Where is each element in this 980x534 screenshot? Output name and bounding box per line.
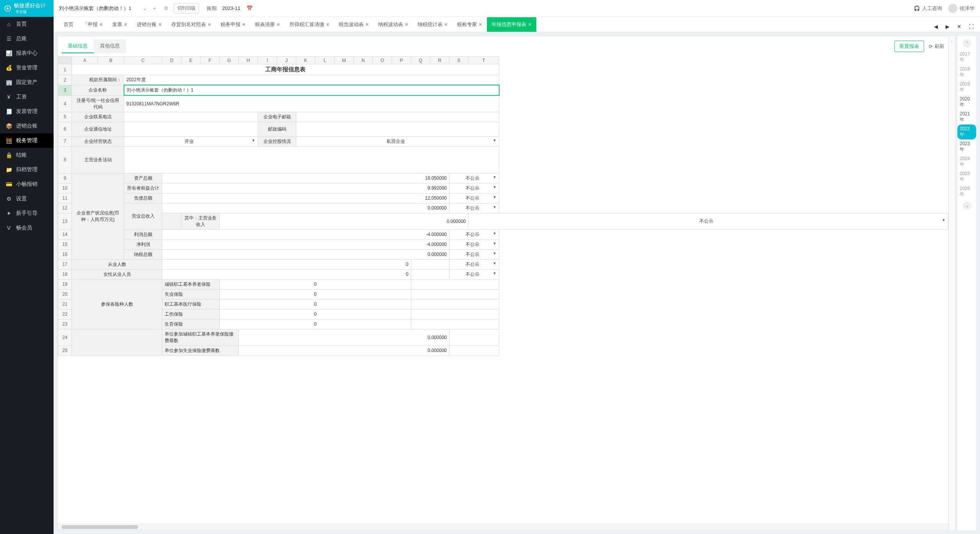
fullscreen-icon[interactable]: ⛶ [967, 21, 976, 32]
row-header-16[interactable]: 16 [58, 249, 72, 259]
tab-close-icon[interactable]: ✕ [99, 22, 103, 27]
fin-value-16[interactable]: 0.000000 [162, 249, 449, 259]
tab-0[interactable]: 首页 [59, 17, 78, 32]
row-header-5[interactable]: 5 [58, 112, 72, 122]
row-header-23[interactable]: 23 [58, 319, 72, 329]
row-header-11[interactable]: 11 [58, 193, 72, 203]
disclose-select-17[interactable]: 不公示▼ [449, 259, 499, 269]
disclose-select-10[interactable]: 不公示▼ [449, 183, 499, 193]
disclose-select-16[interactable]: 不公示▼ [449, 249, 499, 259]
col-header-N[interactable]: N [354, 57, 373, 64]
col-header-S[interactable]: S [449, 57, 469, 64]
fin-value-11[interactable]: 12.050000 [162, 193, 449, 203]
row-header-8[interactable]: 8 [58, 146, 72, 173]
tab-7[interactable]: 所得税汇算清缴✕ [285, 17, 334, 32]
col-header-I[interactable]: I [258, 57, 277, 64]
reg-no-input[interactable]: 91320811MA7NGR2W6R [124, 95, 499, 112]
company-name-input[interactable]: 刘小艳演示账套（勿删勿动！）1 [124, 85, 499, 95]
col-header-L[interactable]: L [315, 57, 335, 64]
row-header-3[interactable]: 3 [58, 85, 72, 95]
biz-status-select[interactable]: 开业▼ [124, 136, 258, 146]
period-value[interactable]: 2023-11 [222, 5, 240, 11]
sidebar-item-reimburse[interactable]: 💳小畅报销 [0, 177, 54, 192]
ins-value-21[interactable]: 0 [220, 299, 411, 309]
email-input[interactable] [296, 112, 499, 122]
row-header-7[interactable]: 7 [58, 136, 72, 146]
row-header-13[interactable]: 13 [58, 213, 72, 229]
employee-input[interactable]: 0 [162, 259, 411, 269]
sidebar-item-member[interactable]: V畅会员 [0, 221, 54, 235]
year-scroll-down-icon[interactable]: ⌄ [963, 201, 971, 210]
col-header-T[interactable]: T [469, 57, 499, 64]
sidebar-item-purchase[interactable]: 📦进销台账 [0, 119, 54, 133]
sidebar-item-archive[interactable]: 📁归档管理 [0, 162, 54, 177]
reset-report-button[interactable]: 重置报表 [894, 41, 924, 52]
row-header-21[interactable]: 21 [58, 299, 72, 309]
main-biz-input[interactable] [124, 146, 499, 173]
fin-value-10[interactable]: 9.992000 [162, 183, 449, 193]
spreadsheet[interactable]: ABCDEFGHIJKLMNOPQRST 1工商年报信息表2税款所属期间：202… [58, 56, 948, 524]
year-item-2023年[interactable]: 2023年 [957, 139, 976, 154]
sidebar-item-guide[interactable]: ✦新手引导 [0, 206, 54, 221]
col-header-E[interactable]: E [181, 57, 201, 64]
postcode-input[interactable] [296, 122, 499, 136]
row-header-19[interactable]: 19 [58, 279, 72, 289]
col-header-P[interactable]: P [392, 57, 411, 64]
user-menu[interactable]: 徐泽华 [948, 4, 975, 13]
old-version-button[interactable]: 切到旧版 [174, 3, 199, 13]
col-header-H[interactable]: H [239, 57, 258, 64]
disclose-select-11[interactable]: 不公示▼ [449, 193, 499, 203]
disclose-select-13[interactable]: 不公示▼ [469, 213, 948, 229]
phone-input[interactable] [124, 112, 258, 122]
row-header-14[interactable]: 14 [58, 229, 72, 239]
tab-close-icon[interactable]: ✕ [405, 22, 408, 27]
tab-close-icon[interactable]: ✕ [276, 22, 280, 27]
col-header-C[interactable]: C [124, 57, 162, 64]
tab-4[interactable]: 存货别名对照表✕ [167, 17, 216, 32]
account-dropdown-icon[interactable]: ⌄ [143, 6, 147, 11]
tab-5[interactable]: 税务申报✕ [216, 17, 250, 32]
holding-select[interactable]: 私营企业▼ [296, 136, 499, 146]
disclose-select-12[interactable]: 不公示▼ [449, 203, 499, 213]
sidebar-item-salary[interactable]: ¥工资 [0, 90, 54, 104]
row-header-15[interactable]: 15 [58, 239, 72, 249]
disclose-select-9[interactable]: 不公示▼ [449, 173, 499, 183]
year-item-2021年[interactable]: 2021年 [957, 110, 976, 124]
col-header-D[interactable]: D [162, 57, 181, 64]
sub-tab-1[interactable]: 其他信息 [94, 39, 126, 53]
disclose-select-14[interactable]: 不公示▼ [449, 229, 499, 239]
fin-value-13[interactable]: 0.000000 [220, 213, 469, 229]
col-header-G[interactable]: G [220, 57, 239, 64]
sidebar-item-asset[interactable]: 🏢固定资产 [0, 75, 54, 90]
tab-2[interactable]: 发票✕ [108, 17, 132, 32]
tab-3[interactable]: 进销台账✕ [132, 17, 167, 32]
contrib-value-24[interactable]: 0.000000 [239, 329, 449, 346]
row-header-12[interactable]: 12 [58, 203, 72, 213]
col-header-A[interactable]: A [72, 57, 98, 64]
row-header-9[interactable]: 9 [58, 173, 72, 183]
tab-prev-icon[interactable]: ◀ [932, 21, 940, 32]
col-header-J[interactable]: J [277, 57, 296, 64]
sidebar-item-reports[interactable]: 📊报表中心 [0, 46, 54, 61]
ins-value-20[interactable]: 0 [220, 289, 411, 299]
col-header-K[interactable]: K [296, 57, 315, 64]
col-header-Q[interactable]: Q [411, 57, 430, 64]
collapse-year-panel-icon[interactable]: ‹ [949, 36, 955, 530]
sub-tab-0[interactable]: 基础信息 [62, 39, 94, 53]
fin-value-15[interactable]: -4.000000 [162, 239, 449, 249]
tab-close-icon[interactable]: ✕ [158, 22, 162, 27]
row-header-6[interactable]: 6 [58, 122, 72, 136]
row-header-4[interactable]: 4 [58, 95, 72, 112]
disclose-select-18[interactable]: 不公示▼ [449, 269, 499, 279]
tab-10[interactable]: 纳税统计表✕ [413, 17, 452, 32]
consult-link[interactable]: 🎧 人工咨询 [914, 5, 942, 12]
fin-value-12[interactable]: 0.000000 [162, 203, 449, 213]
tab-close-icon[interactable]: ✕ [479, 22, 482, 27]
tab-8[interactable]: 税负波动表✕ [334, 17, 374, 32]
horizontal-scrollbar[interactable] [58, 524, 948, 530]
sidebar-item-close-period[interactable]: 🔒结账 [0, 148, 54, 162]
year-item-2020年[interactable]: 2020年 [957, 95, 976, 110]
address-input[interactable] [124, 122, 258, 136]
row-header-25[interactable]: 25 [58, 346, 72, 355]
tab-next-icon[interactable]: ▶ [943, 21, 952, 32]
